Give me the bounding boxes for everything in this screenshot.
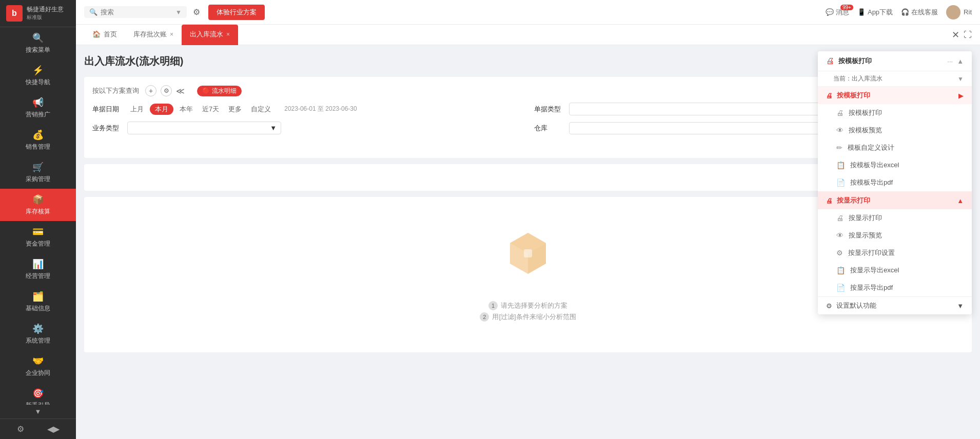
user-menu-btn[interactable]: Rit (946, 5, 972, 19)
headset-icon: 🎧 (901, 8, 909, 16)
sales-icon: 💰 (32, 129, 44, 141)
sidebar-item-inventory-label: 库存核算 (26, 207, 50, 216)
warehouse-label: 仓库 (534, 124, 565, 133)
template-export-excel-item[interactable]: 📋 按模板导出excel (818, 156, 972, 174)
sidebar-item-system[interactable]: ⚙️ 系统管理 (0, 318, 76, 350)
filter-setting-btn[interactable]: ⚙ (161, 85, 172, 96)
step-2-num: 2 (480, 312, 489, 322)
display-preview-item[interactable]: 👁 按显示预览 (818, 227, 972, 244)
chevron-up-active-icon: ▲ (957, 197, 964, 205)
document-type-label: 单据类型 (534, 105, 565, 114)
template-print-icon: 🖨 (826, 92, 833, 99)
dropdown-footer[interactable]: ⚙ 设置默认功能 ▼ (818, 297, 972, 314)
tab-flow-close[interactable]: × (226, 31, 230, 38)
chevron-down-footer-icon: ▼ (957, 302, 964, 310)
print-header-title: 按模板打印 (838, 56, 872, 66)
sidebar-item-purchase[interactable]: 🛒 采购管理 (0, 156, 76, 189)
printer-icon: 🖨 (826, 56, 834, 66)
filter-date-options: 上月 本月 本年 近7天 更多 自定义 (127, 104, 274, 115)
template-print-item[interactable]: 🖨 按模板打印 (818, 104, 972, 122)
close-window-btn[interactable]: ✕ (952, 29, 959, 41)
sidebar-item-inventory[interactable]: 📦 库存核算 (0, 189, 76, 221)
filter-tag: 🔴 流水明细 (197, 86, 242, 96)
guide-icon: 🎯 (32, 388, 44, 399)
step-1-text: 请先选择要分析的方案 (501, 301, 567, 310)
sidebar-collapse-btn[interactable]: ◀▶ (47, 424, 60, 434)
template-export-excel-label: 按模板导出excel (850, 161, 899, 170)
app-download-btn[interactable]: 📱 App下载 (857, 8, 893, 17)
tab-batch[interactable]: 库存批次账 × (125, 25, 182, 45)
filter-collapse-icon[interactable]: ≪ (176, 86, 185, 96)
pdf-icon-2: 📄 (836, 284, 845, 292)
tab-flow[interactable]: 出入库流水 × (182, 25, 238, 45)
business-type-select[interactable]: ▼ (127, 122, 281, 134)
notification-btn[interactable]: 💬 消息 99+ (826, 8, 849, 17)
topbar-search-box[interactable]: 🔍 ▼ (84, 6, 187, 18)
date-current-month-btn[interactable]: 本月 (150, 104, 173, 115)
operation-icon: 📊 (32, 258, 44, 270)
current-module-label: 当前：出入库流水 (833, 74, 883, 83)
display-print-section: 🖨 按显示打印 ▲ 🖨 按显示打印 👁 按显示预览 ⚙ 按显示打印设置 (818, 192, 972, 297)
display-print-settings-item[interactable]: ⚙ 按显示打印设置 (818, 244, 972, 262)
online-service-btn[interactable]: 🎧 在线客服 (901, 8, 938, 17)
template-print-items: 🖨 按模板打印 👁 按模板预览 ✏ 模板自定义设计 📋 按模板导出excel 📄 (818, 104, 972, 191)
sidebar-item-quicknav[interactable]: ⚡ 快捷导航 (0, 59, 76, 92)
sidebar-settings-btn[interactable]: ⚙ (17, 424, 24, 434)
date-last-7-days-btn[interactable]: 近7天 (199, 104, 222, 115)
empty-state-step-2: 2 用[过滤]条件来缩小分析范围 (480, 312, 576, 322)
filter-date-field: 单据日期 上月 本月 本年 近7天 更多 自定义 2023-06-01 至 20… (92, 104, 522, 115)
topbar-gear-icon[interactable]: ⚙ (193, 7, 200, 17)
template-preview-label: 按模板预览 (849, 126, 882, 135)
phone-icon: 📱 (857, 8, 866, 16)
chevron-up-icon[interactable]: ▲ (957, 57, 964, 65)
sidebar-item-operation[interactable]: 📊 经营管理 (0, 253, 76, 286)
template-custom-item[interactable]: ✏ 模板自定义设计 (818, 139, 972, 156)
display-print-item[interactable]: 🖨 按显示打印 (818, 209, 972, 227)
template-preview-item[interactable]: 👁 按模板预览 (818, 122, 972, 139)
brand-badge: 标准版 (27, 14, 64, 21)
sidebar-item-search[interactable]: 🔍 搜索菜单 (0, 27, 76, 59)
print-more-icon[interactable]: ··· (947, 57, 953, 65)
date-custom-btn[interactable]: 自定义 (248, 104, 274, 115)
sidebar-item-enterprise-label: 企业协同 (26, 369, 50, 377)
sidebar-item-sales[interactable]: 💰 销售管理 (0, 124, 76, 156)
tab-flow-label: 出入库流水 (190, 30, 223, 39)
tab-batch-close[interactable]: × (170, 31, 173, 38)
date-current-year-btn[interactable]: 本年 (177, 104, 196, 115)
template-print-header[interactable]: 🖨 按模板打印 ▶ (818, 87, 972, 104)
sidebar-scroll-down[interactable]: ▼ (0, 405, 76, 418)
sidebar-item-enterprise[interactable]: 🤝 企业协同 (0, 350, 76, 383)
current-module-row: 当前：出入库流水 ▼ (818, 71, 972, 87)
template-export-pdf-item[interactable]: 📄 按模板导出pdf (818, 174, 972, 191)
industry-btn[interactable]: 体验行业方案 (208, 5, 265, 20)
chevron-down-icon[interactable]: ▼ (957, 75, 964, 83)
display-export-pdf-item[interactable]: 📄 按显示导出pdf (818, 279, 972, 296)
sidebar-nav: 🔍 搜索菜单 ⚡ 快捷导航 📢 营销推广 💰 销售管理 🛒 采购管理 📦 (0, 27, 76, 405)
gear-small-icon: ⚙ (836, 249, 843, 257)
sidebar-item-finance[interactable]: 💳 资金管理 (0, 221, 76, 253)
sidebar-item-guide[interactable]: 🎯 新手引导 (0, 383, 76, 405)
filter-label: 按以下方案查询 (92, 86, 139, 95)
sidebar-item-marketing[interactable]: 📢 营销推广 (0, 92, 76, 124)
search-input[interactable] (101, 8, 172, 16)
sidebar-item-quicknav-label: 快捷导航 (26, 78, 50, 87)
date-last-month-btn[interactable]: 上月 (127, 104, 147, 115)
sidebar-bottom: ⚙ ◀▶ (0, 418, 76, 439)
template-print-title: 🖨 按模板打印 (826, 91, 870, 100)
tab-home-label: 首页 (104, 30, 117, 39)
print-dropdown-header[interactable]: 🖨 按模板打印 ··· ▲ (818, 51, 972, 71)
notification-badge: 99+ (840, 5, 853, 10)
pdf-icon: 📄 (836, 178, 845, 187)
username-label: Rit (964, 8, 972, 16)
sidebar-item-basic[interactable]: 🗂️ 基础信息 (0, 286, 76, 318)
svg-rect-4 (524, 249, 532, 257)
sidebar: b 畅捷通好生意 标准版 🔍 搜索菜单 ⚡ 快捷导航 📢 营销推广 💰 (0, 0, 76, 439)
page-title: 出入库流水(流水明细) (84, 54, 183, 68)
filter-add-btn[interactable]: + (145, 85, 156, 96)
filter-tag-icon: 🔴 (202, 87, 210, 94)
display-export-excel-item[interactable]: 📋 按显示导出excel (818, 262, 972, 279)
tab-home[interactable]: 🏠 首页 (84, 25, 125, 45)
display-print-header[interactable]: 🖨 按显示打印 ▲ (818, 192, 972, 209)
date-more-btn[interactable]: 更多 (225, 104, 245, 115)
expand-window-btn[interactable]: ⛶ (964, 30, 972, 39)
